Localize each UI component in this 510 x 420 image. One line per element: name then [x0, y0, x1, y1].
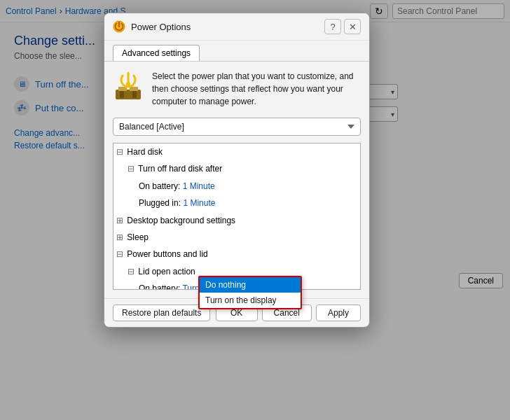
plan-select-wrapper: Balanced [Active] [113, 118, 361, 136]
collapse-icon-lid: ⊟ [127, 267, 135, 276]
collapse-icon-2: ⊟ [127, 164, 135, 174]
dropdown-item-do-nothing[interactable]: Do nothing [200, 277, 301, 293]
restore-plan-defaults-button[interactable]: Restore plan defaults [113, 304, 210, 321]
dialog-window-controls: ? ✕ [324, 19, 361, 34]
plan-select[interactable]: Balanced [Active] [113, 118, 361, 136]
dialog-title: Power Options [131, 22, 319, 32]
expand-icon-sleep: ⊞ [116, 232, 123, 242]
tree-item-sleep[interactable]: ⊞ Sleep [113, 229, 360, 246]
tree-item-desktop-bg[interactable]: ⊞ Desktop background settings [113, 212, 360, 229]
svg-rect-2 [118, 87, 127, 91]
help-button[interactable]: ? [324, 19, 341, 34]
collapse-icon-power: ⊟ [116, 249, 123, 259]
battery-disk-value: 1 Minute [183, 181, 215, 191]
pluggedin-disk-value: 1 Minute [183, 198, 215, 208]
close-button[interactable]: ✕ [344, 19, 361, 34]
dialog-body: Select the power plan that you want to c… [104, 62, 369, 298]
collapse-icon: ⊟ [116, 147, 123, 157]
dialog-tab-bar: Advanced settings [104, 41, 369, 62]
apply-button[interactable]: Apply [316, 304, 361, 321]
tab-advanced-settings[interactable]: Advanced settings [113, 45, 200, 61]
dialog-intro: Select the power plan that you want to c… [113, 70, 361, 108]
svg-rect-4 [120, 91, 124, 98]
tree-item-hard-disk[interactable]: ⊟ Hard disk [113, 144, 360, 160]
tree-view[interactable]: ⊟ Hard disk ⊟ Turn off hard disk after O… [113, 143, 361, 290]
power-plant-icon [113, 70, 144, 101]
svg-rect-3 [130, 87, 138, 91]
dropdown-item-turn-on-display[interactable]: Turn on the display [200, 293, 301, 308]
tree-item-turn-off-disk[interactable]: ⊟ Turn off hard disk after [113, 160, 360, 177]
floating-dropdown-menu: Do nothing Turn on the display [198, 276, 302, 309]
svg-point-6 [126, 82, 130, 86]
tree-item-battery-disk: On battery: 1 Minute [113, 178, 360, 195]
svg-rect-5 [132, 91, 137, 98]
tree-item-power-buttons[interactable]: ⊟ Power buttons and lid [113, 246, 360, 262]
svg-rect-1 [116, 90, 141, 99]
power-options-icon [113, 20, 125, 33]
dialog-titlebar: Power Options ? ✕ [104, 13, 369, 41]
dialog-intro-text: Select the power plan that you want to c… [152, 70, 361, 108]
expand-icon-desktop: ⊞ [116, 216, 123, 225]
tree-item-pluggedin-disk: Plugged in: 1 Minute [113, 195, 360, 211]
